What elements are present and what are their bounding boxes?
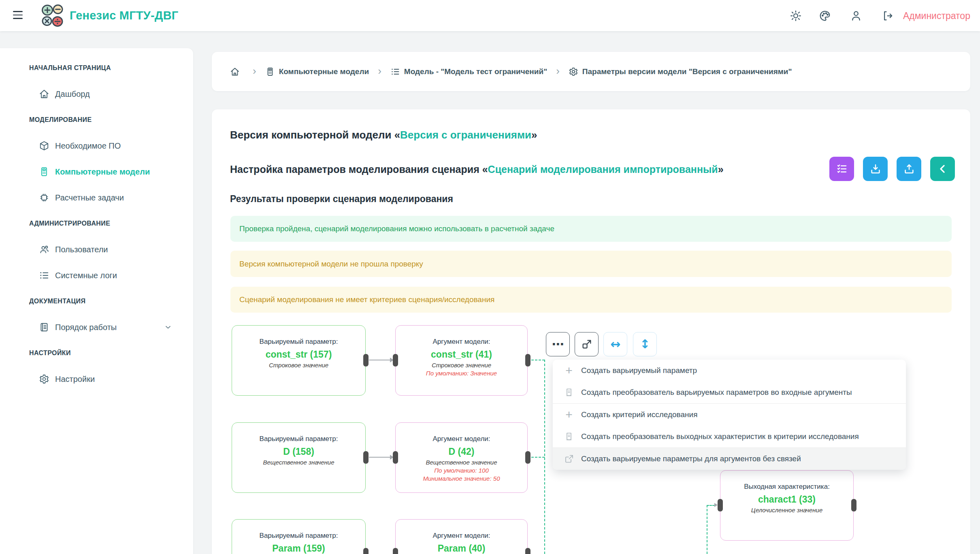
menu-item-create-param-converter[interactable]: Создать преобразователь варьируемых пара… — [553, 381, 906, 404]
node-handle[interactable] — [851, 499, 856, 511]
node-handle[interactable] — [393, 451, 398, 464]
app-title: Генезис МГТУ-ДВГ — [70, 9, 178, 22]
user-role-label[interactable]: Администратор — [903, 11, 970, 21]
receipt-icon — [563, 431, 575, 442]
arrows-vertical-icon: ↕ — [640, 338, 650, 350]
upload-icon — [903, 163, 915, 175]
node-handle[interactable] — [525, 451, 530, 464]
ellipsis-icon: ⋯ — [552, 338, 564, 350]
breadcrumb-version-params[interactable]: Параметры версии модели "Версия с ограни… — [569, 67, 792, 77]
node-kind: Аргумент модели: — [396, 532, 527, 540]
alert-text: Версия компьютерной модели не прошла про… — [239, 260, 423, 268]
plus-icon: + — [563, 409, 575, 420]
sidebar-section-modeling: МОДЕЛИРОВАНИЕ — [0, 116, 92, 124]
node-default-note: По умолчанию: Значение — [396, 370, 527, 377]
home-icon — [230, 67, 240, 77]
download-button[interactable] — [863, 157, 888, 181]
sidebar-item-label: Порядок работы — [55, 323, 117, 332]
chevron-left-icon — [937, 163, 949, 175]
node-subtitle: Строковое значение — [396, 362, 527, 369]
hamburger-menu-icon[interactable] — [13, 11, 23, 20]
breadcrumb: › Компьютерные модели › Модель - "Модель… — [212, 52, 970, 91]
node-argument-param[interactable]: Аргумент модели: Param (40) — [395, 519, 528, 554]
node-handle[interactable] — [393, 354, 398, 366]
theme-sun-icon[interactable] — [790, 10, 802, 22]
plus-icon: + — [563, 365, 575, 376]
breadcrumb-label: Компьютерные модели — [279, 67, 369, 76]
sidebar-item-settings[interactable]: Настройки — [0, 366, 193, 392]
node-handle[interactable] — [363, 548, 369, 554]
menu-item-create-output-converter[interactable]: Создать преобразователь выходных характе… — [553, 426, 906, 448]
sidebar-item-system-logs[interactable]: Системные логи — [0, 262, 193, 288]
app-page: { "app": { "title": "Генезис МГТУ-ДВГ", … — [0, 0, 980, 554]
node-kind: Варьируемый параметр: — [232, 532, 365, 540]
users-icon — [39, 244, 49, 255]
sidebar-section-documentation: ДОКУМЕНТАЦИЯ — [0, 298, 85, 305]
node-default-note: По умолчанию: 100 — [396, 467, 527, 474]
sidebar-item-label: Пользователи — [55, 245, 108, 254]
node-variable-const-str[interactable]: Варьируемый параметр: const_str (157) Ст… — [232, 325, 366, 396]
node-name: Param (40) — [396, 543, 527, 554]
user-icon[interactable] — [850, 10, 862, 22]
collapse-panel-button[interactable] — [930, 157, 955, 181]
sidebar-item-users[interactable]: Пользователи — [0, 237, 193, 262]
alert-warning-version: Версия компьютерной модели не прошла про… — [230, 251, 952, 277]
sidebar: НАЧАЛЬНАЯ СТРАНИЦА Дашборд МОДЕЛИРОВАНИЕ… — [0, 48, 193, 554]
node-name: charact1 (33) — [720, 494, 853, 505]
chip-icon — [39, 192, 49, 203]
node-handle[interactable] — [718, 499, 723, 511]
node-argument-const-str[interactable]: Аргумент модели: const_str (41) Строково… — [395, 325, 528, 396]
dashed-edge-vertical-2 — [707, 505, 707, 554]
node-name: const_str (41) — [396, 349, 527, 360]
node-name: D (42) — [396, 446, 527, 457]
node-variable-param[interactable]: Варьируемый параметр: Param (159) — [232, 519, 366, 554]
menu-item-create-research-criterion[interactable]: + Создать критерий исследования — [553, 404, 906, 426]
diagram-expand-button[interactable] — [575, 332, 599, 356]
download-icon — [869, 163, 882, 175]
fit-vertical-button[interactable]: ↕ — [633, 332, 657, 356]
node-handle[interactable] — [525, 548, 530, 554]
sidebar-item-label: Дашборд — [55, 89, 90, 99]
menu-item-create-variable-param[interactable]: + Создать варьируемый параметр — [553, 360, 906, 381]
home-icon — [39, 89, 49, 99]
sidebar-item-computer-models[interactable]: Компьютерные модели — [0, 159, 193, 185]
palette-icon[interactable] — [819, 10, 831, 22]
upload-button[interactable] — [897, 157, 921, 181]
chevron-down-icon[interactable] — [164, 323, 172, 331]
sidebar-item-calc-tasks[interactable]: Расчетные задачи — [0, 185, 193, 211]
version-name: Версия с ограничениями — [400, 129, 531, 141]
menu-item-create-params-for-unlinked-args[interactable]: Создать варьируемые параметры для аргуме… — [553, 448, 906, 470]
diagram-more-button[interactable]: ⋯ — [546, 332, 570, 356]
edge-row2 — [369, 457, 392, 458]
fit-horizontal-button[interactable]: ↔ — [603, 332, 627, 356]
node-handle[interactable] — [363, 354, 369, 366]
alert-text: Проверка пройдена, сценарий моделировани… — [239, 224, 554, 233]
sidebar-item-label: Расчетные задачи — [55, 193, 124, 202]
node-name: D (158) — [232, 446, 365, 457]
node-subtitle: Строковое значение — [232, 362, 365, 369]
dashed-edge-d — [531, 457, 545, 458]
node-output-charact1[interactable]: Выходная характеристика: charact1 (33) Ц… — [720, 470, 854, 541]
breadcrumb-model[interactable]: Модель - "Модель тест ограничений" — [390, 67, 547, 77]
logout-icon[interactable] — [881, 10, 893, 22]
breadcrumb-home[interactable] — [230, 67, 244, 77]
node-kind: Аргумент модели: — [396, 338, 527, 346]
receipt-icon — [563, 387, 575, 398]
node-handle[interactable] — [363, 451, 369, 464]
node-argument-d[interactable]: Аргумент модели: D (42) Вещественное зна… — [395, 422, 528, 493]
sidebar-item-dashboard[interactable]: Дашборд — [0, 81, 193, 107]
scenario-list-button[interactable] — [829, 157, 854, 181]
external-link-icon — [563, 453, 575, 465]
sidebar-section-settings: НАСТРОЙКИ — [0, 349, 71, 357]
dashed-edge-constr — [531, 360, 545, 360]
gear-icon — [39, 374, 49, 384]
node-variable-d[interactable]: Варьируемый параметр: D (158) Вещественн… — [232, 422, 366, 493]
arrows-horizontal-icon: ↔ — [610, 338, 620, 350]
node-handle[interactable] — [393, 548, 398, 554]
sidebar-item-work-order[interactable]: Порядок работы — [0, 314, 193, 340]
breadcrumb-computer-models[interactable]: Компьютерные модели — [265, 67, 369, 77]
sidebar-item-software[interactable]: Необходимое ПО — [0, 133, 193, 159]
node-handle[interactable] — [525, 354, 530, 366]
alert-text: Сценарий моделирования не имеет критерие… — [239, 295, 494, 304]
breadcrumb-separator: › — [253, 66, 256, 78]
